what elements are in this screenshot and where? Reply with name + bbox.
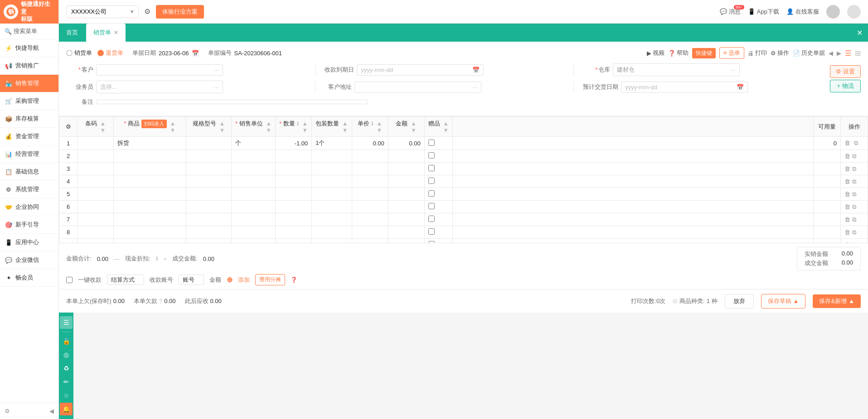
prev-icon[interactable]: ◀: [829, 50, 833, 57]
notes-input[interactable]: [96, 100, 368, 104]
close-all-icon[interactable]: ✕: [857, 29, 863, 37]
sidebar-item-basic[interactable]: 📋 基础信息: [0, 163, 58, 181]
tab-close-icon[interactable]: ✕: [114, 29, 118, 36]
sidebar-item-quick-nav[interactable]: ⚡ 快捷导航: [0, 39, 58, 57]
sidebar-item-inventory[interactable]: 📦 库存核算: [0, 110, 58, 128]
right-panel-lock-icon[interactable]: 🔒: [60, 335, 73, 347]
list-view-icon[interactable]: ☰: [845, 49, 851, 58]
ship-button[interactable]: + 物流: [830, 80, 861, 92]
one-click-pay-checkbox[interactable]: [66, 277, 73, 283]
copy-icon[interactable]: ⧉: [852, 229, 856, 236]
delete-icon[interactable]: 🗑: [844, 203, 850, 210]
th-settings[interactable]: ⚙: [59, 117, 78, 137]
collapse-icon[interactable]: ◀: [49, 408, 54, 414]
date-value[interactable]: 2023-06-06: [159, 50, 189, 57]
tab-home[interactable]: 首页: [59, 24, 85, 42]
price-info-icon[interactable]: ℹ: [371, 120, 373, 127]
row-gift[interactable]: [424, 137, 453, 150]
warehouse-input[interactable]: 建材仓 ···: [613, 63, 740, 76]
scan-button[interactable]: 扫码录入: [141, 120, 167, 128]
save-draft-button[interactable]: 保存草稿 ▲: [761, 294, 806, 308]
row-pack[interactable]: 1个: [312, 137, 352, 150]
gift-checkbox[interactable]: [428, 190, 435, 197]
row-spec[interactable]: [186, 137, 232, 150]
user-avatar-2[interactable]: [847, 5, 861, 19]
shortcut-button[interactable]: 快捷键: [692, 48, 716, 58]
right-panel-notification-icon[interactable]: 🔔: [60, 403, 73, 415]
doc-no-value[interactable]: SA-20230606-001: [234, 50, 282, 57]
gift-checkbox[interactable]: [428, 228, 435, 235]
right-panel-star-icon[interactable]: ☆: [60, 389, 73, 402]
help-action[interactable]: ❓ 帮助: [668, 49, 689, 57]
sidebar-item-wechat[interactable]: 💬 企业微信: [0, 251, 58, 269]
delete-icon[interactable]: 🗑: [844, 216, 850, 223]
app-download-button[interactable]: 📱 App下载: [748, 8, 779, 16]
gift-checkbox[interactable]: [428, 152, 435, 159]
discard-button[interactable]: 放弃: [725, 294, 754, 308]
trial-button[interactable]: 体验行业方案: [156, 5, 204, 19]
sidebar-item-guide[interactable]: 🎯 新手引导: [0, 216, 58, 234]
row-qty[interactable]: -1.00: [276, 137, 312, 150]
right-panel-edit-icon[interactable]: ✏: [60, 376, 73, 388]
customer-addr-input[interactable]: ···: [354, 82, 481, 93]
delete-icon[interactable]: 🗑: [844, 140, 850, 146]
gift-checkbox[interactable]: [428, 216, 435, 222]
goods-type-icon[interactable]: ⊙: [673, 298, 678, 304]
row-amount[interactable]: 0.00: [388, 137, 424, 150]
gift-checkbox[interactable]: [428, 140, 435, 146]
online-service-button[interactable]: 👤 在线客服: [786, 8, 819, 16]
fee-question-icon[interactable]: ❓: [291, 277, 297, 283]
add-button[interactable]: ⊕: [227, 275, 233, 284]
settings-icon[interactable]: ⚙: [5, 408, 10, 414]
next-icon[interactable]: ▶: [837, 50, 841, 57]
select-order-button[interactable]: ≡ 选单: [719, 47, 744, 59]
calendar-icon[interactable]: 📅: [192, 50, 199, 57]
gear-icon[interactable]: ⚙: [144, 7, 150, 16]
payment-cal-icon[interactable]: 📅: [472, 67, 480, 73]
save-new-button[interactable]: 保存&新增 ▲: [813, 294, 861, 308]
qty-info-icon[interactable]: ℹ: [297, 120, 299, 127]
discount-info-icon[interactable]: ℹ: [156, 255, 158, 262]
salesperson-input[interactable]: 选择... ···: [96, 81, 223, 93]
video-action[interactable]: ▶ 视频: [647, 49, 664, 57]
expected-delivery-input[interactable]: yyyy-mm-dd 📅: [621, 82, 748, 93]
row-price[interactable]: 0.00: [352, 137, 388, 150]
copy-icon[interactable]: ⧉: [852, 153, 856, 159]
delete-icon[interactable]: 🗑: [844, 165, 850, 172]
copy-icon[interactable]: ⧉: [854, 140, 858, 146]
radio-return[interactable]: 退货单: [97, 49, 123, 57]
row-barcode[interactable]: [78, 137, 114, 150]
print-action[interactable]: 🖨 打印: [748, 49, 767, 57]
delete-icon[interactable]: 🗑: [844, 191, 850, 197]
fee-split-button[interactable]: 费用分摊: [255, 274, 285, 285]
copy-icon[interactable]: ⧉: [852, 191, 856, 197]
customer-input[interactable]: ···: [96, 64, 223, 76]
delete-icon[interactable]: 🗑: [844, 153, 850, 159]
settings-button[interactable]: ⚙ 设置: [830, 65, 861, 78]
copy-icon[interactable]: ⧉: [852, 165, 856, 172]
gift-checkbox[interactable]: [428, 178, 435, 184]
sidebar-item-system[interactable]: ⚙ 系统管理: [0, 181, 58, 198]
tab-sale-order[interactable]: 销货单 ✕: [86, 24, 126, 42]
add-label[interactable]: 添加: [238, 276, 250, 284]
user-avatar[interactable]: [826, 5, 840, 19]
copy-icon[interactable]: ⧉: [852, 216, 856, 223]
arrears-question-icon[interactable]: ?: [159, 298, 162, 304]
delete-icon[interactable]: 🗑: [844, 229, 850, 236]
right-panel-refresh-icon[interactable]: ♻: [60, 362, 73, 375]
payment-date-input[interactable]: yyyy-mm-dd 📅: [357, 64, 484, 76]
sidebar-item-member[interactable]: ✦ 畅会员: [0, 269, 58, 287]
copy-icon[interactable]: ⧉: [852, 203, 856, 210]
copy-icon[interactable]: ⧉: [852, 178, 856, 185]
sidebar-item-operation[interactable]: 📊 经营管理: [0, 145, 58, 163]
grid-view-icon[interactable]: ⊞: [855, 49, 861, 58]
message-button[interactable]: 💬 消息 99+: [720, 8, 741, 16]
sidebar-item-appstore[interactable]: 📱 应用中心: [0, 234, 58, 251]
sidebar-item-sales[interactable]: 🏪 销售管理: [0, 75, 58, 92]
sidebar-item-marketing[interactable]: 📢 营销推广: [0, 57, 58, 75]
right-panel-target-icon[interactable]: ◎: [60, 348, 73, 361]
radio-sale[interactable]: 销货单: [66, 49, 92, 57]
sidebar-item-capital[interactable]: 💰 资金管理: [0, 128, 58, 145]
operations-action[interactable]: ⚙ 操作: [771, 49, 789, 57]
table-gear-icon[interactable]: ⚙: [66, 123, 71, 130]
